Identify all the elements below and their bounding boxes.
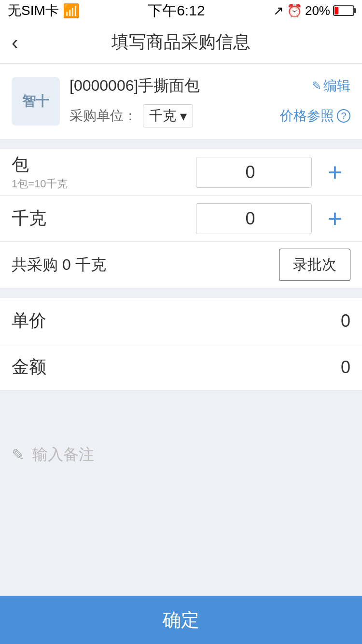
- unit-selector-area: 采购单位： 千克 ▾: [70, 104, 193, 127]
- amount-value: 0: [341, 357, 350, 378]
- kg-plus-button[interactable]: +: [320, 203, 350, 234]
- confirm-label: 确定: [163, 608, 199, 632]
- nav-title: 填写商品采购信息: [111, 30, 251, 54]
- back-button[interactable]: ‹: [12, 29, 26, 56]
- note-placeholder: 输入备注: [32, 444, 94, 465]
- kg-label: 千克: [12, 207, 70, 230]
- chevron-down-icon: ▾: [180, 108, 187, 124]
- bag-input-area: +: [70, 157, 350, 188]
- content-area: 智十 [0000006]手撕面包 ✎ 编辑 采购单位： 千克 ▾: [0, 64, 362, 596]
- unit-dropdown[interactable]: 千克 ▾: [143, 104, 193, 127]
- status-bar-left: 无SIM卡 📶: [8, 1, 80, 20]
- amount-row: 金额 0: [0, 344, 362, 391]
- location-icon: ↗: [273, 3, 284, 18]
- kg-row: 千克 +: [0, 196, 362, 242]
- alarm-icon: ⏰: [287, 3, 302, 18]
- battery-percent: 20%: [305, 3, 330, 18]
- product-logo: 智十: [12, 77, 60, 126]
- divider-band-2: [0, 288, 362, 298]
- kg-input-area: +: [70, 203, 350, 234]
- edit-button[interactable]: ✎ 编辑: [312, 77, 350, 95]
- edit-label: 编辑: [323, 77, 350, 95]
- summary-text: 共采购 0 千克: [12, 254, 106, 276]
- batch-button[interactable]: 录批次: [279, 249, 350, 281]
- unit-price-label: 单价: [12, 309, 46, 333]
- bag-label: 包: [12, 153, 70, 177]
- bottom-spacer: [0, 519, 362, 596]
- unit-price-row: 单价 0: [0, 298, 362, 344]
- bag-row: 包 1包=10千克 +: [0, 149, 362, 196]
- help-icon: ?: [337, 109, 350, 123]
- wifi-icon: 📶: [63, 3, 80, 19]
- product-name: [0000006]手撕面包: [70, 75, 200, 97]
- unit-value: 千克: [149, 107, 176, 125]
- note-pencil-icon: ✎: [12, 446, 25, 464]
- kg-quantity-input[interactable]: [196, 203, 312, 234]
- bag-label-area: 包 1包=10千克: [12, 153, 70, 191]
- price-ref-label: 价格参照: [280, 107, 334, 125]
- bag-sub-label: 1包=10千克: [12, 177, 70, 191]
- price-section: 单价 0 金额 0: [0, 298, 362, 391]
- divider-band-1: [0, 140, 362, 149]
- note-section[interactable]: ✎ 输入备注: [0, 391, 362, 519]
- amount-label: 金额: [12, 355, 46, 379]
- status-bar: 无SIM卡 📶 下午6:12 ↗ ⏰ 20%: [0, 0, 362, 21]
- carrier-label: 无SIM卡: [8, 1, 59, 20]
- nav-bar: ‹ 填写商品采购信息: [0, 21, 362, 64]
- kg-label-area: 千克: [12, 207, 70, 230]
- product-name-row: [0000006]手撕面包 ✎ 编辑: [70, 75, 350, 97]
- bag-plus-button[interactable]: +: [320, 157, 350, 188]
- summary-row: 共采购 0 千克 录批次: [0, 242, 362, 288]
- product-info: [0000006]手撕面包 ✎ 编辑 采购单位： 千克 ▾ 价格参照: [70, 75, 350, 127]
- status-bar-time: 下午6:12: [148, 1, 205, 21]
- edit-icon: ✎: [312, 79, 321, 93]
- bag-quantity-input[interactable]: [196, 157, 312, 188]
- unit-price-value: 0: [341, 311, 350, 331]
- status-bar-right: ↗ ⏰ 20%: [273, 3, 354, 18]
- form-section: 包 1包=10千克 + 千克 + 共采购 0 千克 录批次: [0, 149, 362, 288]
- product-unit-row: 采购单位： 千克 ▾ 价格参照 ?: [70, 104, 350, 127]
- product-card: 智十 [0000006]手撕面包 ✎ 编辑 采购单位： 千克 ▾: [0, 64, 362, 140]
- unit-label: 采购单位：: [70, 107, 137, 125]
- battery-icon: [333, 5, 354, 16]
- price-ref-button[interactable]: 价格参照 ?: [280, 107, 350, 125]
- confirm-button[interactable]: 确定: [0, 596, 362, 644]
